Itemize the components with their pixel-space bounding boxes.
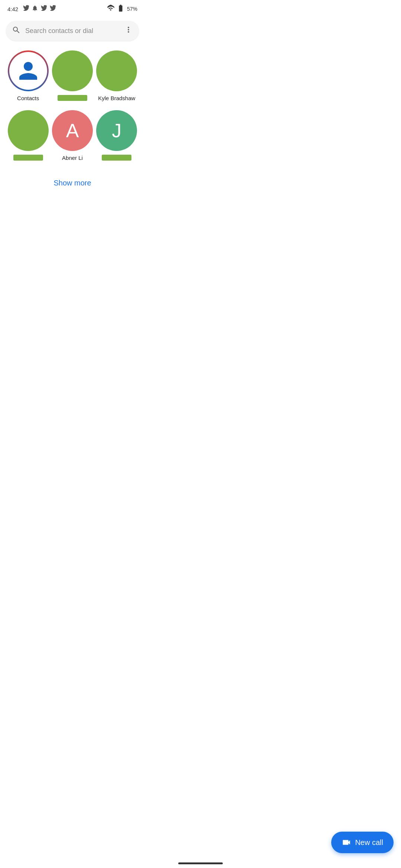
battery-percentage: 57% xyxy=(127,6,137,12)
abner-li-label: Abner Li xyxy=(62,155,83,161)
contact-j-item[interactable]: J xyxy=(95,110,139,161)
status-bar: 4:42 xyxy=(0,0,145,16)
contact-2-avatar xyxy=(52,50,93,91)
contacts-grid: Contacts Kyle Bradshaw A Abner Li xyxy=(0,47,145,161)
kyle-bradshaw-label: Kyle Bradshaw xyxy=(98,95,135,101)
search-more-icon[interactable] xyxy=(124,25,133,36)
wifi-icon xyxy=(107,4,114,13)
abner-li-initial: A xyxy=(66,119,79,142)
contact-2-name-placeholder xyxy=(58,95,87,101)
status-right: 57% xyxy=(107,4,137,14)
search-bar[interactable]: Search contacts or dial xyxy=(6,21,139,41)
status-time: 4:42 xyxy=(7,6,18,12)
contact-item-2[interactable] xyxy=(50,50,94,101)
status-left: 4:42 xyxy=(7,5,56,13)
notification-icon xyxy=(32,5,38,13)
contacts-row-1: Contacts Kyle Bradshaw xyxy=(6,50,139,101)
person-icon xyxy=(17,60,39,82)
contact-4-name-placeholder xyxy=(13,155,43,161)
contact-item-4[interactable] xyxy=(6,110,50,161)
twitter-icon-2 xyxy=(40,5,47,13)
contact-j-avatar: J xyxy=(96,110,137,151)
kyle-bradshaw-item[interactable]: Kyle Bradshaw xyxy=(95,50,139,101)
contact-4-avatar xyxy=(8,110,49,151)
contacts-label: Contacts xyxy=(17,95,39,101)
twitter-icon-1 xyxy=(23,5,29,13)
battery-icon xyxy=(117,4,125,14)
contacts-avatar xyxy=(8,50,49,91)
search-placeholder[interactable]: Search contacts or dial xyxy=(25,27,120,35)
contacts-row-2: A Abner Li J xyxy=(6,110,139,161)
show-more-button[interactable]: Show more xyxy=(46,176,98,190)
show-more-container: Show more xyxy=(0,170,145,202)
abner-li-avatar: A xyxy=(52,110,93,151)
contacts-shortcut[interactable]: Contacts xyxy=(6,50,50,101)
twitter-icon-3 xyxy=(49,5,56,13)
contact-j-initial: J xyxy=(112,119,121,142)
kyle-bradshaw-avatar xyxy=(96,50,137,91)
search-bar-container: Search contacts or dial xyxy=(0,16,145,47)
search-icon xyxy=(12,26,21,36)
abner-li-item[interactable]: A Abner Li xyxy=(50,110,94,161)
contact-j-name-placeholder xyxy=(102,155,131,161)
